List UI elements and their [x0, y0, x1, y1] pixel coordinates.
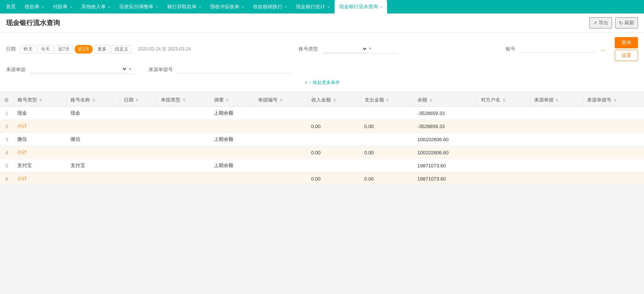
cell-date — [120, 107, 157, 120]
date-yesterday[interactable]: 昨天 — [20, 45, 36, 54]
refresh-button[interactable]: ↻ 刷新 — [615, 17, 638, 28]
cell-expense — [360, 159, 414, 172]
close-icon[interactable]: × — [42, 4, 44, 9]
col-label: 日期 — [124, 97, 134, 103]
table-row: 2小计0.000.00-3528659.33 — [0, 120, 644, 133]
col-label: 账号类型 — [18, 97, 37, 103]
col-label: 对方户名 — [481, 97, 500, 103]
col-counterpart[interactable]: 对方户名 ⇅ — [477, 94, 530, 107]
cell-summary — [210, 146, 254, 159]
col-label: 来源单据 — [534, 97, 554, 103]
cell-expense: 0.00 — [360, 146, 414, 159]
source-doc-no-input[interactable] — [177, 66, 290, 73]
source-doc-select-wrap[interactable]: ▾ — [30, 65, 135, 74]
export-button[interactable]: ↗ 导出 — [589, 17, 612, 28]
header-actions: ↗ 导出 ↻ 刷新 — [589, 17, 638, 28]
col-balance[interactable]: 余额 ⇅ — [414, 94, 477, 107]
close-icon[interactable]: × — [327, 4, 330, 9]
table-row: 1现金现金上期余额-3528659.33 — [0, 107, 644, 120]
nav-bank-deposit[interactable]: 银行存取款单 × — [163, 0, 206, 13]
close-icon[interactable]: × — [108, 4, 110, 9]
cell-source-doc-no — [583, 107, 644, 120]
col-source-doc[interactable]: 来源单据 ⇅ — [530, 94, 583, 107]
sort-icon: ⇅ — [39, 98, 42, 102]
date-7days[interactable]: 近7天 — [55, 45, 73, 54]
cell-source-doc-no — [583, 133, 644, 146]
nav-home[interactable]: 首页 — [2, 0, 20, 13]
close-icon[interactable]: × — [285, 4, 287, 9]
col-account-name[interactable]: 账号名称 ⇅ — [67, 94, 120, 107]
cell-account-name: 微信 — [67, 133, 120, 146]
cell-counterpart — [477, 120, 530, 133]
account-type-select[interactable] — [323, 45, 368, 53]
query-button[interactable]: 查询 — [615, 37, 638, 48]
col-label: 单据编号 — [258, 97, 278, 103]
col-doc-no[interactable]: 单据编号 ⇅ — [254, 94, 308, 107]
cell-date — [120, 146, 157, 159]
filter-row-1: 日期 昨天 今天 近7天 近1月 更多 自定义 2023-02-24 至 202… — [6, 37, 638, 61]
account-label: 账号 — [506, 46, 515, 52]
col-label: 来源单据号 — [587, 97, 611, 103]
col-source-doc-no[interactable]: 来源单据号 ⇅ — [583, 94, 644, 107]
source-doc-select[interactable] — [30, 65, 128, 73]
account-type-select-wrap[interactable]: ▾ — [323, 45, 398, 54]
row-num: 1 — [0, 107, 14, 120]
cell-account-type: 支付宝 — [14, 159, 67, 172]
cell-source-doc — [530, 146, 583, 159]
page-header: 现金银行流水查询 ↗ 导出 ↻ 刷新 — [0, 13, 644, 33]
nav-payment[interactable]: 付款单 × — [48, 0, 77, 13]
cell-summary: 上期余额 — [210, 133, 254, 146]
settings-col-header[interactable]: ⚙ — [0, 94, 14, 107]
col-date[interactable]: 日期 ⇅ — [120, 94, 157, 107]
sort-icon: ⇅ — [135, 98, 138, 102]
settings-button[interactable]: 设置 — [615, 50, 638, 61]
nav-collection-execute[interactable]: 收款核销执行 × — [249, 0, 291, 13]
cell-account-name: 支付宝 — [67, 159, 120, 172]
cell-summary: 上期余额 — [210, 107, 254, 120]
close-icon[interactable]: × — [242, 4, 244, 9]
date-today[interactable]: 今天 — [38, 45, 53, 54]
cell-doc-no — [254, 172, 308, 185]
row-num: 5 — [0, 159, 14, 172]
nav-cash-bank-stats[interactable]: 现金银行统计 × — [291, 0, 334, 13]
table-row: 5支付宝支付宝上期余额19871073.60 — [0, 159, 644, 172]
col-expense[interactable]: 支出金额 ⇅ — [360, 94, 414, 107]
close-icon[interactable]: × — [380, 4, 383, 9]
sort-icon: ⇅ — [429, 98, 432, 102]
cell-balance: -3528659.33 — [414, 107, 477, 120]
cell-income — [308, 133, 361, 146]
cell-doc-type — [157, 172, 210, 185]
cell-income: 0.00 — [308, 120, 361, 133]
close-icon[interactable]: × — [199, 4, 201, 9]
account-input[interactable] — [520, 45, 595, 53]
nav-other-income[interactable]: 其他收入单 × — [77, 0, 115, 13]
cell-account-name: 现金 — [67, 107, 120, 120]
col-doc-type[interactable]: 单据类型 ⇅ — [157, 94, 210, 107]
col-income[interactable]: 收入金额 ⇅ — [308, 94, 361, 107]
ellipsis-button[interactable]: ... — [599, 46, 607, 52]
collapse-bar[interactable]: ∧ ↑ 收起更多条件 — [6, 78, 638, 87]
filter-area: 日期 昨天 今天 近7天 近1月 更多 自定义 2023-02-24 至 202… — [0, 33, 644, 92]
nav-receipt[interactable]: 收款单 × — [20, 0, 48, 13]
gear-icon[interactable]: ⚙ — [4, 97, 9, 103]
cell-doc-type — [157, 107, 210, 120]
sort-icon: ⇅ — [333, 98, 336, 102]
cell-date — [120, 120, 157, 133]
cell-account-type: 现金 — [14, 107, 67, 120]
cell-account-type: 小计 — [14, 172, 67, 185]
cell-doc-no — [254, 120, 308, 133]
table-container: ⚙ 账号类型 ⇅ 账号名称 ⇅ 日期 ⇅ 单据类型 ⇅ — [0, 94, 644, 185]
date-custom[interactable]: 自定义 — [111, 45, 132, 54]
close-icon[interactable]: × — [156, 4, 158, 9]
nav-cash-bank-flow[interactable]: 现金银行流水查询 × — [335, 0, 387, 13]
col-summary[interactable]: 摘要 ⇅ — [210, 94, 254, 107]
chevron-down-icon: ▾ — [369, 46, 371, 51]
date-more[interactable]: 更多 — [94, 45, 110, 54]
sort-icon: ⇅ — [226, 98, 229, 102]
close-icon[interactable]: × — [70, 4, 72, 9]
col-account-type[interactable]: 账号类型 ⇅ — [14, 94, 67, 107]
nav-adjustment[interactable]: 应收应付调整单 × — [115, 0, 162, 13]
nav-advance-offset[interactable]: 预收冲应收单 × — [206, 0, 248, 13]
cell-account-type: 小计 — [14, 120, 67, 133]
date-1month[interactable]: 近1月 — [75, 45, 93, 54]
